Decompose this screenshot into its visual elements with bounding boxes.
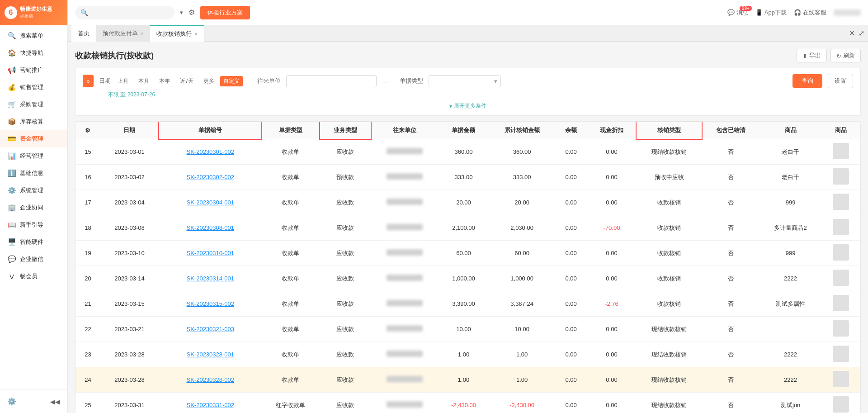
sidebar-item-sales[interactable]: 💰 销售管理 xyxy=(0,79,67,96)
cell-verify-type: 收款核销 xyxy=(636,291,702,317)
th-doc-no[interactable]: 单据编号 xyxy=(159,122,262,139)
cell-doc-no[interactable]: SK-20230321-003 xyxy=(159,317,262,342)
cell-partner xyxy=(371,241,438,266)
cell-cash-discount: -2.76 xyxy=(587,291,636,317)
topbar-search-icon: 🔍 xyxy=(80,9,88,16)
cell-doc-no[interactable]: SK-20230328-002 xyxy=(159,367,262,393)
tab-prepay-orders[interactable]: 预付款应付单 × xyxy=(96,25,150,42)
sidebar-item-wechat[interactable]: 💬 企业微信 xyxy=(0,251,67,268)
date-btn-last-month[interactable]: 上月 xyxy=(113,76,132,86)
cell-doc-no[interactable]: SK-20230315-002 xyxy=(159,291,262,317)
query-button[interactable]: 查询 xyxy=(793,74,822,88)
th-verify-type[interactable]: 核销类型 xyxy=(636,122,702,139)
cell-doc-no[interactable]: SK-20230328-001 xyxy=(159,342,262,367)
setting-button[interactable]: 设置 xyxy=(828,74,853,88)
sidebar-item-purchase[interactable]: 🛒 采购管理 xyxy=(0,96,67,113)
cell-include-settled: 否 xyxy=(702,342,760,367)
date-btn-more[interactable]: 更多 xyxy=(199,76,218,86)
th-settings[interactable]: ⚙ xyxy=(75,122,100,139)
sidebar-item-inventory[interactable]: 📦 库存核算 xyxy=(0,113,67,130)
th-partner[interactable]: 往来单位 xyxy=(371,122,438,139)
th-product2[interactable]: 商品 xyxy=(821,122,860,139)
partner-input[interactable] xyxy=(286,75,377,87)
th-biz-type[interactable]: 业务类型 xyxy=(320,122,371,139)
cell-seq: 21 xyxy=(75,291,100,317)
cell-doc-type: 收款单 xyxy=(262,190,319,215)
topbar-service[interactable]: 🎧 在线客服 xyxy=(794,9,826,17)
topbar-dropdown[interactable]: ▾ xyxy=(180,9,183,16)
cell-partner xyxy=(371,139,438,165)
th-product[interactable]: 商品 xyxy=(760,122,821,139)
date-btn-this-month[interactable]: 本月 xyxy=(134,76,153,86)
cell-verify-amount: 1,000.00 xyxy=(489,266,555,291)
sidebar-item-member[interactable]: V 畅会员 xyxy=(0,268,67,285)
tab-close-all-icon[interactable]: ✕ xyxy=(849,29,855,38)
sidebar-item-guide[interactable]: 📖 新手引导 xyxy=(0,216,67,233)
cell-biz-type: 应收款 xyxy=(320,317,371,342)
tab-home[interactable]: 首页 xyxy=(71,25,96,42)
tab-receipt-verify[interactable]: 收款核销执行 × xyxy=(150,25,204,42)
filter-dots[interactable]: ... xyxy=(382,78,390,85)
sidebar-settings-icon[interactable]: ⚙️ xyxy=(7,397,16,406)
topbar-gear-icon[interactable]: ⚙ xyxy=(189,8,195,17)
cell-balance: 0.00 xyxy=(555,139,587,165)
tab-expand-icon[interactable]: ⤢ xyxy=(859,29,864,38)
topbar-message[interactable]: 💬 消息 99+ xyxy=(727,9,748,17)
guide-icon: 📖 xyxy=(7,221,16,229)
date-options: 上月 本月 本年 近7天 更多 自定义 xyxy=(113,76,243,86)
sidebar-item-marketing[interactable]: 📢 营销推广 xyxy=(0,62,67,79)
cell-doc-no[interactable]: SK-20230308-001 xyxy=(159,215,262,241)
cell-cash-discount: 0.00 xyxy=(587,139,636,165)
topbar-app-download[interactable]: 📱 App下载 xyxy=(755,9,787,17)
cell-verify-type: 收款核销 xyxy=(636,215,702,241)
sidebar-item-operations[interactable]: 📊 经营管理 xyxy=(0,147,67,165)
table-row: 212023-03-15SK-20230315-002收款单应收款3,390.0… xyxy=(75,291,860,317)
sidebar-item-quick-nav[interactable]: 🏠 快捷导航 xyxy=(0,44,67,62)
th-cash-discount[interactable]: 现金折扣 xyxy=(587,122,636,139)
cell-doc-no[interactable]: SK-20230302-002 xyxy=(159,165,262,190)
expand-conditions-btn[interactable]: ▾ 展开更多条件 xyxy=(449,102,486,110)
cell-verify-type: 收款核销 xyxy=(636,190,702,215)
th-include-settled[interactable]: 包含已结清 xyxy=(702,122,760,139)
export-button[interactable]: ⬆ 导出 xyxy=(797,49,827,62)
cell-doc-no[interactable]: SK-20230304-001 xyxy=(159,190,262,215)
cell-doc-amount: 3,390.00 xyxy=(438,291,489,317)
th-date[interactable]: 日期 xyxy=(100,122,159,139)
th-doc-amount[interactable]: 单据金额 xyxy=(438,122,489,139)
cell-doc-no[interactable]: SK-20230301-002 xyxy=(159,139,262,165)
doc-type-select-wrapper xyxy=(429,75,501,87)
partner-filter-label: 往来单位 xyxy=(257,77,281,85)
page-header-actions: ⬆ 导出 ↻ 刷新 xyxy=(797,49,861,62)
date-btn-custom[interactable]: 自定义 xyxy=(220,76,243,86)
headset-icon: 🎧 xyxy=(794,9,801,16)
cell-doc-no[interactable]: SK-20230331-002 xyxy=(159,393,262,413)
tab-receipt-close-icon[interactable]: × xyxy=(194,31,197,37)
cell-product: 999 xyxy=(760,241,821,266)
refresh-button[interactable]: ↻ 刷新 xyxy=(830,49,861,62)
solution-button[interactable]: 体验行业方案 xyxy=(200,6,250,19)
cell-include-settled: 否 xyxy=(702,190,760,215)
th-balance[interactable]: 余额 xyxy=(555,122,587,139)
sidebar-item-hardware[interactable]: 🖥️ 智能硬件 xyxy=(0,233,67,251)
filter-collapse-btn[interactable]: » xyxy=(83,75,94,87)
sidebar-item-basic-info[interactable]: ℹ️ 基础信息 xyxy=(0,165,67,182)
date-range-row: 不限 至 2023-07-26 xyxy=(108,90,853,99)
cell-seq: 15 xyxy=(75,139,100,165)
sidebar-item-finance[interactable]: 💳 资金管理 xyxy=(0,130,67,147)
tab-prepay-close-icon[interactable]: × xyxy=(141,31,143,36)
sidebar-item-enterprise[interactable]: 🏢 企业协同 xyxy=(0,199,67,216)
th-doc-type[interactable]: 单据类型 xyxy=(262,122,319,139)
date-btn-7days[interactable]: 近7天 xyxy=(176,76,198,86)
logo-icon: 6 xyxy=(5,6,17,19)
cell-doc-no[interactable]: SK-20230314-001 xyxy=(159,266,262,291)
sidebar-item-system[interactable]: ⚙️ 系统管理 xyxy=(0,182,67,199)
sidebar-collapse-icon[interactable]: ◀◀ xyxy=(50,398,60,405)
sidebar-item-search-menu[interactable]: 🔍 搜索菜单 xyxy=(0,27,67,44)
column-settings-icon[interactable]: ⚙ xyxy=(85,127,90,134)
date-btn-this-year[interactable]: 本年 xyxy=(155,76,174,86)
th-verify-amount[interactable]: 累计核销金额 xyxy=(489,122,555,139)
doc-type-select[interactable] xyxy=(429,75,501,87)
cell-product xyxy=(760,317,821,342)
topbar-search-box: 🔍 xyxy=(75,6,175,19)
cell-doc-no[interactable]: SK-20230310-001 xyxy=(159,241,262,266)
